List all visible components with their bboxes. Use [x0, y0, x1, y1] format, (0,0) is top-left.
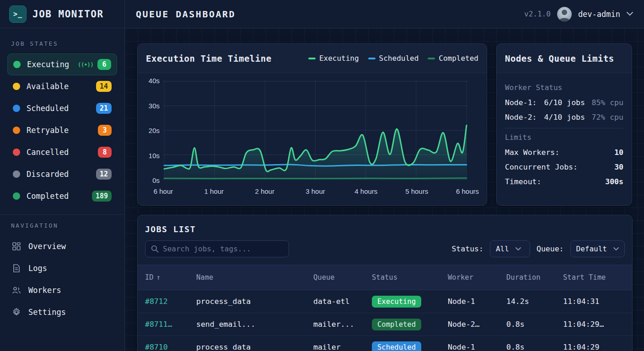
- column-header-start-time[interactable]: Start Time: [563, 273, 625, 282]
- job-duration: 14.2s: [506, 297, 563, 306]
- sidebar: JOB STATES Executing((•))6Available14Sch…: [0, 28, 125, 351]
- y-tick-label: 40s: [149, 77, 160, 85]
- search-input[interactable]: [163, 245, 283, 253]
- job-worker: Node-1: [448, 343, 506, 351]
- column-header-label: ID: [145, 273, 154, 282]
- limits-list: Max Workers:10Concurrent Jobs:30Timeout:…: [505, 148, 623, 186]
- terminal-logo-icon: >_: [9, 5, 27, 23]
- queue-filter-select[interactable]: Default: [570, 240, 625, 257]
- state-label: Discarded: [27, 170, 69, 179]
- app-brand: >_ JOB MONITOR: [0, 0, 125, 28]
- state-dot-icon: [13, 83, 20, 90]
- nav-item-label: Logs: [28, 264, 47, 273]
- state-count-badge: 189: [92, 191, 112, 202]
- y-axis-labels: 40s30s20s10s0s: [144, 80, 163, 180]
- column-header-worker[interactable]: Worker: [448, 273, 506, 282]
- column-header-status[interactable]: Status: [372, 273, 448, 282]
- column-header-label: Queue: [313, 273, 335, 282]
- sidebar-state-retryable[interactable]: Retryable3: [7, 119, 117, 141]
- chevron-down-icon[interactable]: [627, 12, 633, 16]
- nodes-divider: [505, 128, 623, 128]
- sort-ascending-icon: ↑: [156, 273, 161, 282]
- y-tick-label: 0s: [152, 176, 160, 184]
- timeline-panel: Execution Time Timeline ExecutingSchedul…: [137, 43, 487, 206]
- live-broadcast-icon: ((•)): [78, 61, 93, 68]
- job-start-time: 11:04:29: [563, 343, 625, 351]
- status-filter-value: All: [496, 245, 509, 253]
- sidebar-item-overview[interactable]: Overview: [7, 235, 117, 257]
- column-header-id[interactable]: ID↑: [145, 273, 196, 282]
- column-header-label: Status: [372, 273, 397, 282]
- column-header-label: Start Time: [563, 273, 606, 282]
- sidebar-state-executing[interactable]: Executing((•))6: [7, 53, 117, 75]
- sidebar-item-settings[interactable]: Settings: [7, 301, 117, 323]
- worker-status-row: Node-1:6/10 jobs85% cpu: [505, 98, 623, 107]
- x-tick-label: 3 hour: [306, 187, 325, 195]
- y-tick-label: 20s: [149, 127, 160, 134]
- sidebar-item-workers[interactable]: Workers: [7, 279, 117, 301]
- sidebar-state-discarded[interactable]: Discarded12: [7, 163, 117, 185]
- x-tick-label: 6 hours: [456, 187, 479, 195]
- limit-label: Max Workers:: [505, 148, 559, 157]
- column-header-label: Name: [196, 273, 213, 282]
- column-header-duration[interactable]: Duration: [506, 273, 563, 282]
- table-row[interactable]: #8712process_datadata-etlExecutingNode-1…: [138, 290, 632, 313]
- table-row[interactable]: #8711…send_email...mailer...CompletedNod…: [138, 313, 632, 336]
- nodes-panel-title: Nodes & Queue Limits: [505, 53, 614, 64]
- worker-name: Node-1:: [505, 98, 537, 107]
- jobs-list-panel: JOBS LIST Status: All Queue:: [137, 215, 633, 351]
- avatar-silhouette: [557, 7, 572, 21]
- column-header-queue[interactable]: Queue: [313, 273, 372, 282]
- job-start-time: 11:04:29…: [563, 320, 625, 329]
- legend-swatch-icon: [308, 58, 316, 59]
- job-start-time: 11:04:31: [563, 297, 625, 306]
- column-header-label: Worker: [448, 273, 473, 282]
- limit-value: 10: [614, 148, 623, 157]
- sidebar-item-logs[interactable]: Logs: [7, 257, 117, 279]
- limit-row: Timeout:300s: [505, 177, 623, 186]
- job-name: send_email...: [196, 320, 313, 329]
- job-id-link[interactable]: #8712: [145, 297, 196, 306]
- queue-filter-value: Default: [576, 245, 607, 253]
- state-count-badge: 12: [96, 169, 112, 180]
- state-dot-icon: [13, 127, 20, 134]
- user-menu[interactable]: dev-admin: [578, 10, 620, 19]
- sidebar-state-available[interactable]: Available14: [7, 75, 117, 97]
- x-tick-label: 5 hours: [405, 187, 428, 195]
- x-tick-label: 2 hour: [255, 187, 274, 195]
- state-dot-icon: [13, 61, 21, 68]
- timeline-chart: [163, 80, 467, 180]
- sidebar-state-completed[interactable]: Completed189: [7, 185, 117, 207]
- sidebar-state-scheduled[interactable]: Scheduled21: [7, 97, 117, 119]
- state-count-badge: 6: [97, 59, 111, 70]
- chart-legend: ExecutingScheduledCompleted: [308, 54, 478, 63]
- chevron-down-icon: [515, 247, 521, 251]
- job-id-link[interactable]: #8710: [145, 343, 196, 351]
- state-dot-icon: [13, 105, 20, 112]
- worker-cpu: 85% cpu: [591, 98, 623, 107]
- job-name: process_data: [196, 297, 313, 306]
- state-dot-icon: [13, 192, 20, 200]
- worker-cpu: 72% cpu: [591, 113, 623, 122]
- x-axis-labels: 6 hour1 hour2 hour3 hour4 hours5 hours6 …: [163, 186, 467, 197]
- job-states-list: Executing((•))6Available14Scheduled21Ret…: [7, 53, 117, 207]
- status-filter-select[interactable]: All: [490, 240, 530, 257]
- limit-row: Max Workers:10: [505, 148, 623, 157]
- table-row[interactable]: #8710process_datamailerScheduledNode-10.…: [138, 336, 632, 351]
- sidebar-state-cancelled[interactable]: Cancelled8: [7, 141, 117, 163]
- job-queue: mailer...: [313, 320, 372, 329]
- column-header-name[interactable]: Name: [196, 273, 313, 282]
- status-badge: Completed: [372, 319, 421, 330]
- status-filter-label: Status:: [451, 245, 483, 253]
- search-icon: [151, 245, 159, 253]
- status-badge: Executing: [372, 296, 421, 308]
- limit-row: Concurrent Jobs:30: [505, 163, 623, 171]
- legend-item-scheduled: Scheduled: [368, 54, 419, 63]
- jobs-table-body: #8712process_datadata-etlExecutingNode-1…: [138, 290, 632, 351]
- navigation-list: OverviewLogsWorkersSettings: [7, 235, 117, 323]
- state-label: Executing: [27, 60, 69, 69]
- chevron-down-icon: [613, 247, 619, 251]
- x-tick-label: 4 hours: [354, 187, 377, 195]
- job-id-link[interactable]: #8711…: [145, 320, 196, 329]
- avatar[interactable]: [557, 7, 572, 21]
